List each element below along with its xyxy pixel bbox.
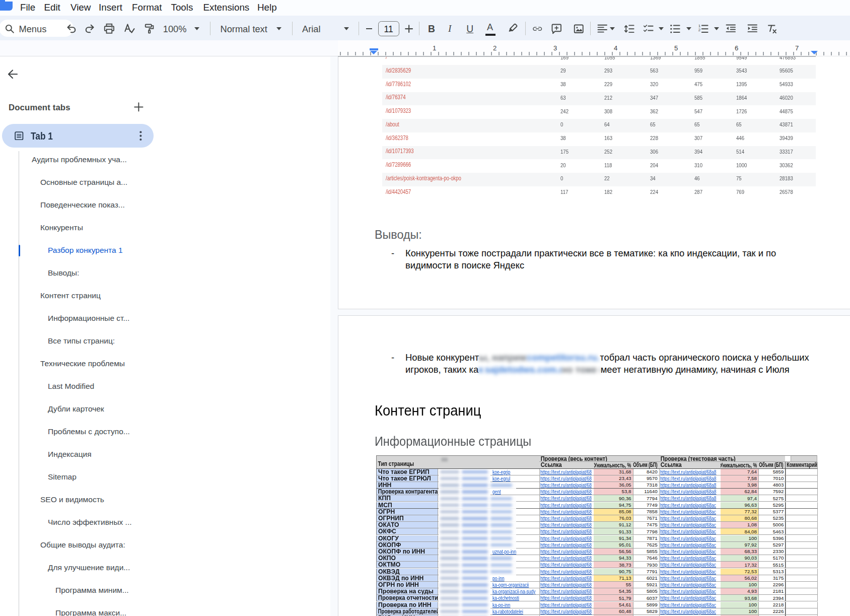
svg-text:2: 2 [698,28,701,32]
